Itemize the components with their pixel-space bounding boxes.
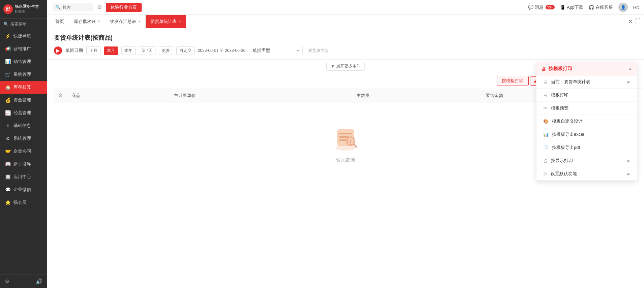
print-btn-group: 按模板打印 ▲ bbox=[497, 76, 540, 86]
promo-button[interactable]: 体验行业方案 bbox=[106, 3, 142, 12]
sidebar-item-marketing[interactable]: 📢 营销推广 bbox=[0, 42, 47, 55]
date-range-display: 2023-06-01 至 2023-06-30 bbox=[198, 48, 245, 54]
date-btn-this-year[interactable]: 本年 bbox=[121, 46, 136, 55]
tab-batch-close[interactable]: × bbox=[98, 19, 100, 24]
main-area: 🔍 ⚙ 体验行业方案 💬 消息 99+ 📱 App下载 🎧 在线客服 👤 Rit bbox=[47, 0, 644, 288]
empty-icon bbox=[330, 123, 361, 153]
dropdown-header[interactable]: 🖨 按模板打印 ▲ bbox=[536, 62, 637, 75]
sidebar-item-system[interactable]: ⚙ 系统管理 bbox=[0, 132, 47, 145]
display-print-label: 按显示打印 bbox=[551, 158, 573, 164]
dropdown-item-template-preview[interactable]: 👁 模板预览 bbox=[536, 102, 637, 115]
sidebar-item-member[interactable]: ⭐ 畅会员 bbox=[0, 196, 47, 209]
set-default-arrow-icon: ▶ bbox=[627, 172, 630, 176]
dropdown-item-label: 模板预览 bbox=[551, 105, 568, 111]
app-download-icon: 📱 bbox=[560, 5, 565, 10]
printer-icon: 🖨 bbox=[541, 66, 546, 71]
sidebar-item-label: 经营管理 bbox=[13, 110, 31, 116]
sidebar-item-label: 库存核算 bbox=[13, 84, 31, 90]
sidebar-item-label: 营销推广 bbox=[13, 46, 31, 52]
sidebar-search[interactable]: 🔍 搜索菜单 bbox=[0, 19, 47, 30]
dropdown-item-display-print[interactable]: 🖨 按显示打印 ▶ bbox=[536, 154, 637, 167]
set-default-label: 设置默认功能 bbox=[551, 171, 577, 177]
tab-receipt-close[interactable]: × bbox=[138, 19, 141, 24]
dropdown-item-export-pdf[interactable]: 📄 按模板导出pdf bbox=[536, 141, 637, 154]
type-label: 单据类型 bbox=[253, 47, 270, 54]
empty-text: 暂无数据 bbox=[336, 157, 355, 163]
sidebar-item-label: 畅会员 bbox=[13, 199, 27, 205]
user-name: Rit bbox=[633, 5, 639, 10]
current-template-icon: 🖨 bbox=[543, 79, 548, 85]
sidebar-item-label: 应用中心 bbox=[13, 174, 31, 180]
order-type-select[interactable]: 单据类型 ▾ bbox=[249, 46, 303, 55]
svg-rect-2 bbox=[339, 133, 352, 134]
page-title: 要货单统计表(按商品) bbox=[47, 28, 644, 42]
message-item[interactable]: 💬 消息 99+ bbox=[528, 4, 555, 10]
headset-icon: 🎧 bbox=[589, 5, 594, 10]
sidebar-item-label: 企业微信 bbox=[13, 187, 31, 193]
sidebar-item-newbie[interactable]: 📖 新手引导 bbox=[0, 158, 47, 170]
online-service-item[interactable]: 🎧 在线客服 bbox=[589, 4, 613, 10]
close-window-button[interactable]: ✕ bbox=[628, 18, 633, 25]
dropdown-item-label: 模板打印 bbox=[551, 92, 568, 98]
date-btn-this-month[interactable]: 本月 bbox=[104, 46, 118, 55]
date-btn-prev-month[interactable]: 上月 bbox=[86, 46, 100, 55]
sidebar-item-inventory[interactable]: 🏠 库存核算 bbox=[0, 81, 47, 94]
sidebar-nav: ⚡ 快捷导航 📢 营销推广 📊 销售管理 🛒 采购管理 🏠 库存核算 💰 资金管… bbox=[0, 30, 47, 275]
order-type-sub-label: 要货单类型 bbox=[308, 48, 328, 54]
search-input[interactable] bbox=[63, 5, 90, 10]
tab-batch-account[interactable]: 库存批次账 × bbox=[69, 15, 105, 28]
topbar-search-box[interactable]: 🔍 bbox=[53, 3, 93, 11]
tab-order-close[interactable]: × bbox=[179, 19, 181, 24]
tab-order-label: 要货单统计表 bbox=[150, 19, 177, 25]
date-btn-custom[interactable]: 自定义 bbox=[176, 46, 195, 55]
set-default-icon: ⚙ bbox=[543, 171, 547, 177]
tab-home[interactable]: 首页 bbox=[51, 15, 69, 28]
finance-icon: 💰 bbox=[5, 97, 11, 103]
maximize-window-button[interactable]: ⛶ bbox=[635, 18, 641, 25]
sidebar-item-purchase[interactable]: 🛒 采购管理 bbox=[0, 68, 47, 81]
col-product: 商品 bbox=[67, 89, 170, 102]
basic-info-icon: ℹ bbox=[5, 123, 11, 128]
expand-more-button[interactable]: ▼ 展开更多条件 bbox=[326, 62, 365, 71]
dropdown-item-label: 模板自定义设计 bbox=[552, 118, 583, 124]
sidebar-item-quick-nav[interactable]: ⚡ 快捷导航 bbox=[0, 30, 47, 42]
date-btn-last-7days[interactable]: 近7天 bbox=[139, 46, 155, 55]
app-download-label: App下载 bbox=[567, 4, 583, 10]
col-quantity: 主数量 bbox=[352, 89, 481, 102]
app-center-icon: 🔲 bbox=[5, 174, 11, 180]
dropdown-current-template[interactable]: 🖨 当前：要货单统计表 ▶ bbox=[536, 75, 637, 89]
search-icon: 🔍 bbox=[3, 22, 8, 26]
sidebar-item-label: 快捷导航 bbox=[13, 33, 31, 39]
template-print-button[interactable]: 按模板打印 bbox=[497, 76, 529, 86]
sidebar-item-sales[interactable]: 📊 销售管理 bbox=[0, 55, 47, 68]
sidebar-item-label: 采购管理 bbox=[13, 71, 31, 77]
dropdown-item-label: 按模板导出pdf bbox=[552, 145, 580, 151]
sidebar-item-finance[interactable]: 💰 资金管理 bbox=[0, 94, 47, 106]
sidebar-item-basic-info[interactable]: ℹ 基础信息 bbox=[0, 119, 47, 132]
tab-receipt-summary[interactable]: 收发存汇总表 × bbox=[105, 15, 146, 28]
sidebar-item-operations[interactable]: 📈 经营管理 bbox=[0, 106, 47, 119]
table-settings-icon[interactable]: ⚙ bbox=[58, 93, 63, 98]
dropdown-item-template-print[interactable]: 🖨 模板打印 bbox=[536, 89, 637, 102]
svg-rect-3 bbox=[339, 136, 349, 138]
dropdown-item-export-excel[interactable]: 📊 按模板导出excel bbox=[536, 128, 637, 141]
tab-order-stats[interactable]: 要货单统计表 × bbox=[146, 15, 186, 28]
dropdown-title: 按模板打印 bbox=[549, 66, 572, 72]
app-download-item[interactable]: 📱 App下载 bbox=[560, 4, 583, 10]
user-avatar[interactable]: 👤 bbox=[618, 3, 628, 12]
settings-footer-icon[interactable]: ⚙ bbox=[5, 278, 9, 285]
sidebar-item-enterprise-wechat[interactable]: 💬 企业微信 bbox=[0, 183, 47, 196]
dropdown-item-template-custom[interactable]: 🎨 模板自定义设计 bbox=[536, 115, 637, 128]
tabbar: 首页 库存批次账 × 收发存汇总表 × 要货单统计表 × ✕ ⛶ bbox=[47, 15, 644, 28]
audio-footer-icon[interactable]: 🔊 bbox=[36, 278, 42, 285]
template-preview-icon: 👁 bbox=[543, 106, 548, 111]
sidebar-item-app-center[interactable]: 🔲 应用中心 bbox=[0, 170, 47, 183]
col-unit: 主计量单位 bbox=[170, 89, 352, 102]
dropdown-item-set-default[interactable]: ⚙ 设置默认功能 ▶ bbox=[536, 167, 637, 181]
settings-gear-icon[interactable]: ⚙ bbox=[97, 4, 102, 10]
filter-toggle-button[interactable]: ▶ bbox=[54, 46, 62, 55]
sidebar-item-label: 销售管理 bbox=[13, 59, 31, 65]
dropdown-chevron-icon: ▲ bbox=[628, 66, 632, 71]
date-btn-more[interactable]: 更多 bbox=[159, 46, 173, 55]
sidebar-item-enterprise[interactable]: 🤝 企业协同 bbox=[0, 145, 47, 158]
